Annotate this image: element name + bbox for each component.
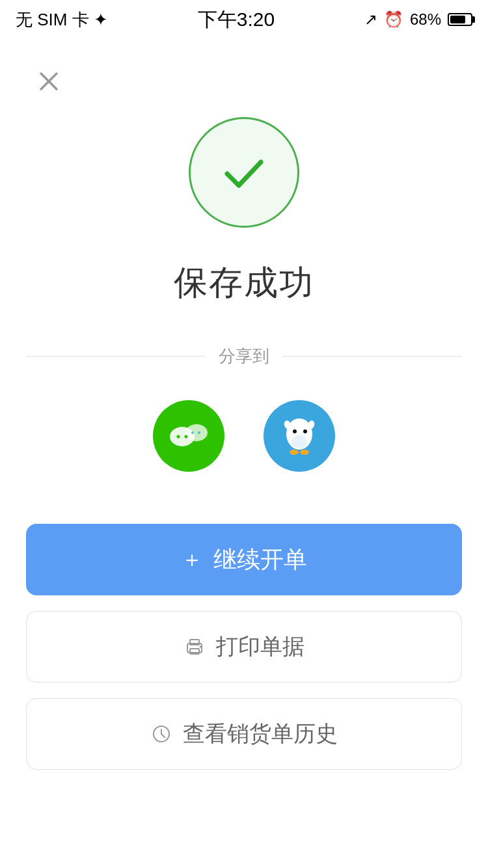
no-sim-label: 无 SIM 卡 ✦ [16, 8, 108, 31]
success-circle [189, 117, 299, 228]
divider-left [26, 356, 206, 357]
continue-label: 继续开单 [213, 544, 307, 576]
location-icon: ↗ [364, 10, 377, 29]
svg-point-17 [290, 450, 299, 455]
svg-point-11 [293, 429, 297, 433]
print-label: 打印单据 [216, 632, 305, 662]
share-divider: 分享到 [26, 345, 462, 368]
svg-point-3 [185, 424, 208, 441]
status-right: ↗ ⏰ 68% [364, 10, 472, 29]
svg-point-12 [303, 429, 307, 433]
plus-icon: ＋ [181, 545, 203, 575]
wechat-icon [168, 418, 210, 454]
svg-point-7 [198, 431, 200, 434]
history-label: 查看销货单历史 [183, 719, 338, 749]
continue-button[interactable]: ＋ 继续开单 [26, 524, 462, 595]
svg-point-22 [200, 646, 202, 648]
battery-percent: 68% [410, 10, 441, 29]
close-icon [38, 71, 59, 92]
wechat-share-button[interactable] [153, 400, 224, 472]
history-button[interactable]: 查看销货单历史 [26, 698, 462, 770]
checkmark-icon [218, 146, 270, 198]
svg-point-4 [176, 435, 180, 438]
status-time: 下午3:20 [198, 7, 275, 33]
svg-point-18 [300, 450, 309, 455]
svg-point-5 [184, 435, 187, 438]
main-content: 保存成功 分享到 [0, 39, 488, 868]
success-title: 保存成功 [174, 260, 314, 306]
alarm-icon: ⏰ [384, 10, 403, 29]
status-bar: 无 SIM 卡 ✦ 下午3:20 ↗ ⏰ 68% [0, 0, 488, 39]
share-icons [153, 400, 335, 472]
qq-share-button[interactable] [264, 400, 335, 472]
battery-icon [448, 13, 472, 26]
svg-point-16 [291, 435, 307, 448]
qq-icon [278, 413, 321, 459]
share-label: 分享到 [219, 345, 269, 368]
print-icon [183, 636, 206, 658]
action-buttons: ＋ 继续开单 打印单据 查看销货单历史 [26, 524, 462, 770]
history-icon [150, 723, 172, 745]
status-left: 无 SIM 卡 ✦ [16, 8, 108, 31]
close-button[interactable] [33, 65, 65, 98]
divider-right [282, 356, 462, 357]
svg-point-6 [191, 431, 194, 434]
print-button[interactable]: 打印单据 [26, 611, 462, 683]
